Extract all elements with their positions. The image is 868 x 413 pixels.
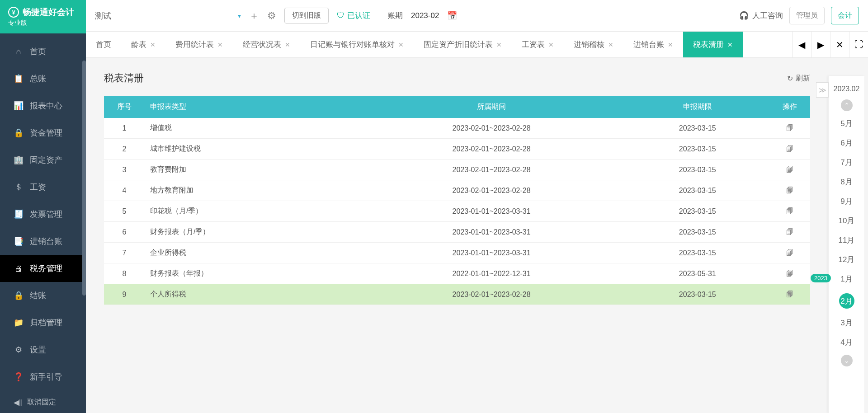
month-item[interactable]: 11月: [829, 230, 864, 250]
month-item[interactable]: 8月: [829, 172, 864, 192]
switch-old-version-button[interactable]: 切到旧版: [284, 8, 329, 23]
tab-7[interactable]: 进销稽核✕: [564, 32, 623, 57]
sidebar-item-7[interactable]: 📑进销台账: [0, 228, 82, 255]
tab-label: 首页: [96, 39, 111, 50]
close-icon[interactable]: ✕: [217, 41, 223, 48]
month-item[interactable]: 3月: [829, 313, 864, 333]
company-select[interactable]: 测试 ▾: [95, 10, 241, 21]
month-item[interactable]: 2月: [829, 289, 864, 313]
cell-period: 2023-02-01~2023-02-28: [358, 160, 626, 180]
month-item[interactable]: 20231月: [829, 269, 864, 289]
close-icon[interactable]: ✕: [727, 41, 733, 48]
logo-area: ¥ 畅捷通好会计 专业版: [0, 0, 86, 33]
tab-2[interactable]: 费用统计表✕: [165, 32, 233, 57]
view-icon[interactable]: 🗐: [786, 124, 793, 132]
sidebar-item-12[interactable]: ❓新手引导: [0, 363, 82, 390]
col-header: 申报期限: [626, 96, 769, 118]
sidebar-item-11[interactable]: ⚙设置: [0, 336, 82, 363]
sidebar-item-3[interactable]: 🔒资金管理: [0, 119, 82, 146]
tab-9[interactable]: 税表清册✕: [683, 32, 743, 57]
month-item[interactable]: 7月: [829, 153, 864, 172]
tab-6[interactable]: 工资表✕: [512, 32, 564, 57]
close-icon[interactable]: ✕: [608, 41, 613, 48]
view-icon[interactable]: 🗐: [786, 270, 793, 277]
nav-label: 税务管理: [30, 263, 62, 274]
tabs-next-icon[interactable]: ▶: [811, 32, 830, 58]
view-icon[interactable]: 🗐: [786, 291, 793, 298]
month-item[interactable]: 6月: [829, 133, 864, 153]
month-down-icon[interactable]: ⌄: [841, 355, 853, 366]
table-row[interactable]: 2城市维护建设税2023-02-01~2023-02-282023-03-15🗐: [104, 139, 810, 160]
gear-icon[interactable]: ⚙: [267, 10, 276, 22]
close-icon[interactable]: ✕: [668, 41, 673, 48]
tab-0[interactable]: 首页: [86, 32, 121, 57]
sidebar-item-6[interactable]: 🧾发票管理: [0, 201, 82, 228]
plus-icon[interactable]: ＋: [249, 9, 259, 23]
view-icon[interactable]: 🗐: [786, 207, 793, 215]
table-row[interactable]: 9个人所得税2023-02-01~2023-02-282023-03-15🗐: [104, 284, 810, 305]
close-icon[interactable]: ✕: [548, 41, 554, 48]
refresh-button[interactable]: ↻ 刷新: [787, 74, 810, 83]
tab-3[interactable]: 经营状况表✕: [233, 32, 300, 57]
headset-icon: 🎧: [739, 11, 749, 20]
sidebar-scrollbar[interactable]: [82, 33, 86, 390]
sidebar-item-2[interactable]: 📊报表中心: [0, 92, 82, 119]
role-admin-button[interactable]: 管理员: [789, 7, 825, 24]
sidebar-item-1[interactable]: 📋总账: [0, 65, 82, 92]
cell-deadline: 2023-03-15: [626, 201, 769, 222]
certified-badge: 🛡 已认证: [337, 10, 370, 21]
nav-icon: 🔒: [14, 291, 24, 300]
table-row[interactable]: 5印花税（月/季）2023-01-01~2023-03-312023-03-15…: [104, 201, 810, 222]
panel-collapse-icon[interactable]: ≫: [816, 82, 829, 98]
tabs-close-all-icon[interactable]: ✕: [830, 32, 849, 58]
table-row[interactable]: 3教育费附加2023-02-01~2023-02-282023-03-15🗐: [104, 160, 810, 180]
tab-5[interactable]: 固定资产折旧统计表✕: [414, 32, 512, 57]
month-item[interactable]: 5月: [829, 114, 864, 133]
nav-icon: 🔒: [14, 128, 24, 138]
fullscreen-icon[interactable]: ⛶: [849, 32, 868, 58]
cell-period: 2023-02-01~2023-02-28: [358, 180, 626, 201]
role-accountant-button[interactable]: 会计: [831, 7, 859, 24]
consult-button[interactable]: 🎧 人工咨询: [739, 10, 783, 21]
sidebar-item-0[interactable]: ⌂首页: [0, 38, 82, 65]
nav-label: 归档管理: [30, 317, 62, 328]
cell-no: 8: [104, 263, 145, 284]
sidebar-item-10[interactable]: 📁归档管理: [0, 309, 82, 336]
period-value[interactable]: 2023-02: [411, 11, 439, 20]
calendar-icon[interactable]: 📅: [447, 11, 457, 21]
cell-no: 1: [104, 118, 145, 139]
sidebar-unpin[interactable]: ◀|| 取消固定: [0, 390, 86, 413]
month-item[interactable]: 12月: [829, 250, 864, 269]
tab-4[interactable]: 日记账与银行对账单核对✕: [300, 32, 414, 57]
view-icon[interactable]: 🗐: [786, 145, 793, 153]
sidebar-item-8[interactable]: 🖨税务管理: [0, 255, 82, 282]
close-icon[interactable]: ✕: [496, 41, 502, 48]
table-row[interactable]: 6财务报表（月/季）2023-01-01~2023-03-312023-03-1…: [104, 222, 810, 243]
tab-1[interactable]: 龄表✕: [121, 32, 165, 57]
table-row[interactable]: 4地方教育附加2023-02-01~2023-02-282023-03-15🗐: [104, 180, 810, 201]
month-up-icon[interactable]: ⌃: [841, 99, 853, 111]
sidebar-item-9[interactable]: 🔒结账: [0, 282, 82, 309]
sidebar-item-4[interactable]: 🏢固定资产: [0, 146, 82, 174]
table-row[interactable]: 8财务报表（年报）2022-01-01~2022-12-312023-05-31…: [104, 263, 810, 284]
table-row[interactable]: 7企业所得税2023-01-01~2023-03-312023-03-15🗐: [104, 243, 810, 263]
tabs-prev-icon[interactable]: ◀: [792, 32, 811, 58]
close-icon[interactable]: ✕: [150, 41, 156, 48]
month-item[interactable]: 10月: [829, 211, 864, 230]
view-icon[interactable]: 🗐: [786, 249, 793, 257]
tab-label: 进销稽核: [574, 39, 604, 50]
month-item[interactable]: 9月: [829, 192, 864, 211]
view-icon[interactable]: 🗐: [786, 166, 793, 174]
cell-no: 2: [104, 139, 145, 160]
view-icon[interactable]: 🗐: [786, 228, 793, 236]
close-icon[interactable]: ✕: [285, 41, 290, 48]
view-icon[interactable]: 🗐: [786, 187, 793, 194]
cell-period: 2023-02-01~2023-02-28: [358, 139, 626, 160]
table-row[interactable]: 1增值税2023-02-01~2023-02-282023-03-15🗐: [104, 118, 810, 139]
tab-8[interactable]: 进销台账✕: [623, 32, 683, 57]
close-icon[interactable]: ✕: [398, 41, 404, 48]
sidebar-item-5[interactable]: ＄工资: [0, 174, 82, 201]
month-item[interactable]: 4月: [829, 333, 864, 352]
cell-deadline: 2023-03-15: [626, 284, 769, 305]
tab-label: 龄表: [131, 39, 146, 50]
